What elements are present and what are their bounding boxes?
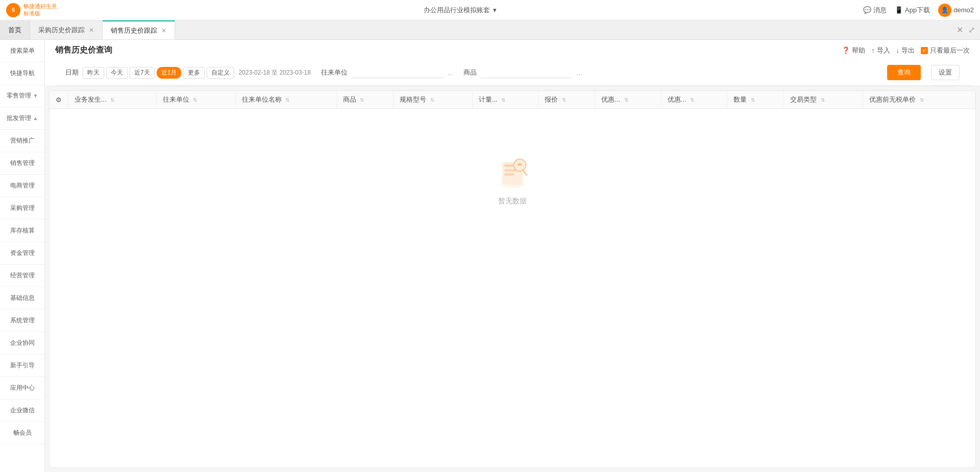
sort-icon: ⇅ (501, 97, 505, 103)
goods-input[interactable] (481, 67, 573, 78)
col-unit[interactable]: 计量... ⇅ (472, 91, 538, 109)
logo-icon: 6 (6, 3, 20, 17)
partner-input[interactable] (352, 67, 444, 78)
date-btn-more[interactable]: 更多 (183, 67, 205, 79)
col-quantity[interactable]: 数量 ⇅ (727, 91, 784, 109)
sidebar: 搜索菜单 快捷导航 零售管理 ▼ 批发管理 ▲ 营销推广 销售管理 电商管理 采… (0, 40, 45, 472)
sort-icon: ⇅ (360, 97, 364, 103)
partner-ellipsis-btn[interactable]: ... (448, 69, 453, 77)
user-menu[interactable]: 👤 demo2 (938, 4, 974, 17)
sort-icon: ⇅ (110, 97, 114, 103)
date-btn-today[interactable]: 今天 (106, 67, 128, 79)
col-discount1[interactable]: 优惠... ⇅ (595, 91, 661, 109)
sidebar-item-operation[interactable]: 经营管理 (0, 265, 44, 287)
sort-icon: ⇅ (821, 97, 825, 103)
help-button[interactable]: ❓ 帮助 (842, 46, 865, 55)
date-filter-group: 日期 昨天 今天 近7天 近1月 更多 自定义 2023-02-18 至 202… (65, 67, 311, 79)
message-icon: 💬 (863, 6, 871, 14)
col-goods[interactable]: 商品 ⇅ (336, 91, 393, 109)
date-btn-yesterday[interactable]: 昨天 (83, 67, 104, 79)
col-biz-date[interactable]: 业务发生... ⇅ (68, 91, 157, 109)
message-button[interactable]: 💬 消息 (863, 6, 887, 15)
date-buttons: 昨天 今天 近7天 近1月 更多 自定义 (83, 67, 234, 79)
tabbar-actions: ✕ ⤢ (951, 20, 980, 39)
logo-area: 6 畅捷通好生意 标准版 (6, 3, 57, 17)
svg-rect-3 (504, 169, 517, 171)
import-button[interactable]: ↑ 导入 (871, 46, 890, 55)
only-last-checkbox[interactable]: ✓ 只看最后一次 (921, 46, 970, 55)
sort-icon: ⇅ (624, 97, 628, 103)
empty-text: 暂无数据 (498, 197, 527, 206)
settings-button[interactable]: 设置 (931, 65, 960, 80)
main-layout: 搜索菜单 快捷导航 零售管理 ▼ 批发管理 ▲ 营销推广 销售管理 电商管理 采… (0, 40, 980, 472)
app-download-button[interactable]: 📱 App下载 (895, 6, 930, 15)
sidebar-item-sales-mgmt[interactable]: 销售管理 (0, 152, 44, 175)
header-actions: ❓ 帮助 ↑ 导入 ↓ 导出 ✓ 只看最后一次 (842, 46, 970, 55)
sort-icon: ⇅ (285, 97, 289, 103)
col-pretax-price[interactable]: 优惠前无税单价 ⇅ (863, 91, 975, 109)
sort-icon: ⇅ (751, 97, 755, 103)
col-quote[interactable]: 报价 ⇅ (538, 91, 595, 109)
sidebar-item-enterprise[interactable]: 企业协同 (0, 332, 44, 355)
sidebar-item-ecommerce[interactable]: 电商管理 (0, 175, 44, 197)
col-partner-name[interactable]: 往来单位名称 ⇅ (235, 91, 336, 109)
col-discount2[interactable]: 优惠... ⇅ (661, 91, 727, 109)
chevron-down-icon[interactable]: ▾ (493, 6, 497, 14)
tab-sales[interactable]: 销售历史价跟踪 ✕ (103, 20, 175, 39)
date-range-display: 2023-02-18 至 2023-03-18 (238, 68, 310, 77)
page-title-row: 销售历史价查询 ❓ 帮助 ↑ 导入 ↓ 导出 ✓ (55, 45, 970, 60)
sidebar-item-inventory[interactable]: 库存核算 (0, 220, 44, 242)
sidebar-item-wholesale[interactable]: 批发管理 ▲ (0, 107, 44, 130)
sidebar-item-search-menu[interactable]: 搜索菜单 (0, 40, 44, 62)
workspace-selector[interactable]: 办公用品行业模拟账套 ▾ (424, 6, 497, 15)
date-btn-last1m[interactable]: 近1月 (157, 67, 182, 79)
logo-text: 畅捷通好生意 标准版 (23, 3, 57, 16)
goods-filter-group: 商品 ... (463, 67, 582, 78)
close-all-icon[interactable]: ✕ (957, 25, 963, 35)
empty-illustration (492, 150, 533, 191)
empty-state: 暂无数据 (50, 109, 975, 247)
tab-purchase-close[interactable]: ✕ (89, 27, 94, 34)
filter-bar: 日期 昨天 今天 近7天 近1月 更多 自定义 2023-02-18 至 202… (55, 60, 970, 86)
data-table: ⚙ 业务发生... ⇅ 往来单位 ⇅ 往来单位名称 ⇅ (50, 91, 975, 109)
sidebar-item-guide[interactable]: 新手引导 (0, 355, 44, 377)
sidebar-item-app-center[interactable]: 应用中心 (0, 377, 44, 399)
tab-sales-close[interactable]: ✕ (161, 27, 166, 34)
sidebar-item-finance[interactable]: 资金管理 (0, 242, 44, 265)
tab-home[interactable]: 首页 (0, 20, 30, 39)
topbar-left: 6 畅捷通好生意 标准版 (6, 3, 57, 17)
topbar: 6 畅捷通好生意 标准版 办公用品行业模拟账套 ▾ 💬 消息 📱 App下载 👤… (0, 0, 980, 20)
sidebar-item-marketing[interactable]: 营销推广 (0, 130, 44, 152)
sidebar-item-quick-nav[interactable]: 快捷导航 (0, 62, 44, 85)
date-btn-last7[interactable]: 近7天 (130, 67, 155, 79)
table-container: ⚙ 业务发生... ⇅ 往来单位 ⇅ 往来单位名称 ⇅ (49, 90, 976, 468)
page-title: 销售历史价查询 (55, 45, 112, 56)
sidebar-item-system[interactable]: 系统管理 (0, 310, 44, 332)
sidebar-item-purchase[interactable]: 采购管理 (0, 197, 44, 220)
sidebar-item-basic-info[interactable]: 基础信息 (0, 287, 44, 310)
col-spec[interactable]: 规格型号 ⇅ (393, 91, 472, 109)
export-button[interactable]: ↓ 导出 (896, 46, 915, 55)
query-button[interactable]: 查询 (887, 65, 921, 80)
tab-purchase[interactable]: 采购历史价跟踪 ✕ (30, 20, 103, 39)
sidebar-item-retail[interactable]: 零售管理 ▼ (0, 85, 44, 107)
import-icon: ↑ (871, 46, 875, 54)
sort-icon: ⇅ (690, 97, 694, 103)
tab-home-label: 首页 (8, 26, 21, 35)
goods-ellipsis-btn[interactable]: ... (577, 69, 582, 77)
date-btn-custom[interactable]: 自定义 (207, 67, 234, 79)
sidebar-item-vip[interactable]: 畅会员 (0, 422, 44, 444)
topbar-right: 💬 消息 📱 App下载 👤 demo2 (863, 4, 974, 17)
col-trans-type[interactable]: 交易类型 ⇅ (784, 91, 863, 109)
goods-label: 商品 (463, 68, 477, 77)
table-header-row: ⚙ 业务发生... ⇅ 往来单位 ⇅ 往来单位名称 ⇅ (50, 91, 975, 109)
tab-sales-label: 销售历史价跟踪 (111, 26, 157, 35)
wholesale-arrow-icon: ▲ (33, 115, 38, 121)
partner-filter-group: 往来单位 ... (321, 67, 453, 78)
sidebar-item-wechat[interactable]: 企业微信 (0, 399, 44, 422)
help-icon: ❓ (842, 46, 850, 54)
col-partner-code[interactable]: 往来单位 ⇅ (156, 91, 235, 109)
maximize-icon[interactable]: ⤢ (968, 25, 975, 35)
sort-icon: ⇅ (193, 97, 197, 103)
col-settings[interactable]: ⚙ (50, 91, 68, 109)
